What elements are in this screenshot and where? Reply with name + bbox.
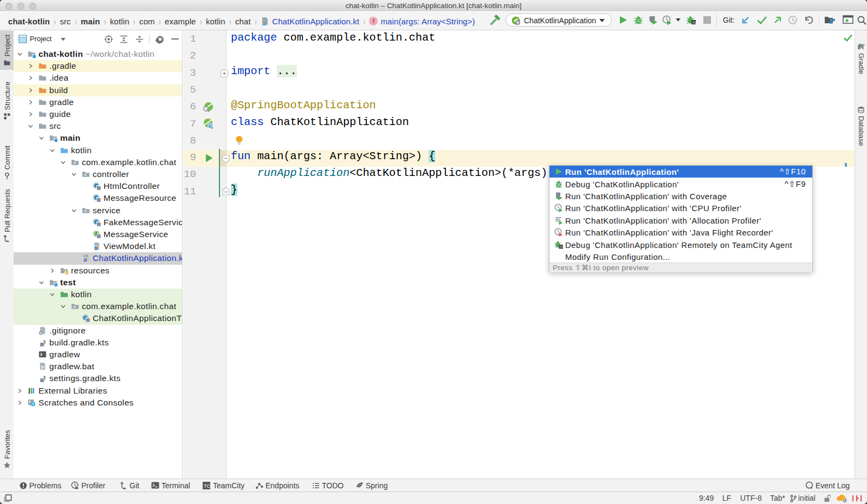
svg-text:TC: TC (559, 245, 563, 248)
svg-text:TC: TC (204, 483, 210, 489)
svg-text:c: c (209, 123, 211, 128)
svg-text:TC: TC (692, 21, 696, 24)
